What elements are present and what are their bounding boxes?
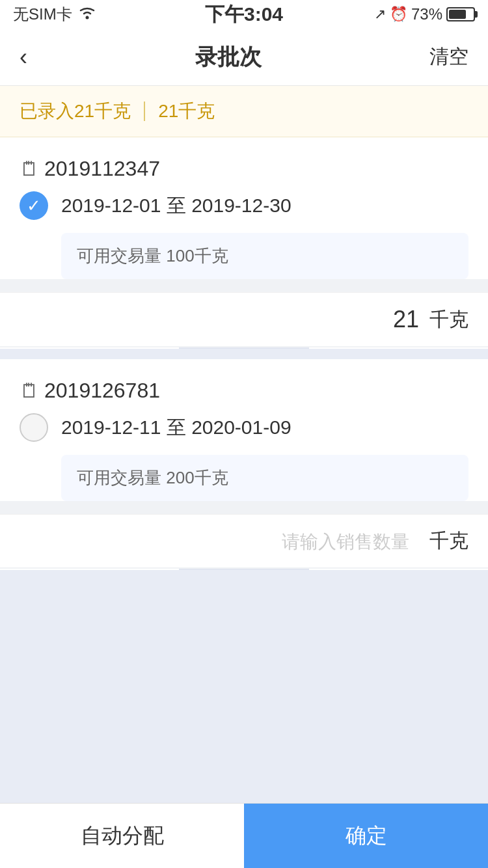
- batch-2-header: 🗒 2019126781: [20, 379, 468, 403]
- location-icon: ↗: [374, 6, 386, 23]
- batch-1-availability: 可用交易量 100千克: [61, 233, 468, 279]
- bottom-bar: 自动分配 确定: [0, 803, 488, 868]
- batch-1-unit: 千克: [429, 306, 468, 333]
- network-label: 无SIM卡: [13, 4, 72, 25]
- batch-1-quantity-row: 21 千克: [0, 292, 488, 346]
- wifi-icon: [77, 5, 97, 23]
- clear-button[interactable]: 清空: [429, 44, 468, 70]
- svg-point-0: [85, 16, 88, 20]
- empty-area: [0, 570, 488, 843]
- batch-item-2: 🗒 2019126781 2019-12-11 至 2020-01-09 可用交…: [0, 359, 488, 501]
- batch-2-input-row: 千克: [0, 514, 488, 567]
- recorded-amount: 已录入21千克: [20, 99, 131, 124]
- batch-2-row[interactable]: 2019-12-11 至 2020-01-09: [20, 413, 468, 442]
- checkmark-icon-1: ✓: [27, 196, 41, 216]
- battery-icon: [446, 7, 475, 21]
- status-right: ↗ ⏰ 73%: [374, 5, 475, 23]
- batch-1-header: 🗒 2019112347: [20, 157, 468, 181]
- batch-doc-icon-1: 🗒: [20, 158, 39, 180]
- batch-1-row[interactable]: ✓ 2019-12-01 至 2019-12-30: [20, 191, 468, 220]
- section-gap: [0, 349, 488, 359]
- status-bar: 无SIM卡 下午3:04 ↗ ⏰ 73%: [0, 0, 488, 29]
- batch-doc-icon-2: 🗒: [20, 380, 39, 402]
- status-left: 无SIM卡: [13, 4, 97, 25]
- batch-2-radio[interactable]: [20, 413, 48, 442]
- batch-1-date: 2019-12-01 至 2019-12-30: [61, 193, 291, 219]
- batch-1-quantity-value: 21: [393, 306, 419, 333]
- auto-distribute-button[interactable]: 自动分配: [0, 804, 244, 868]
- info-banner: 已录入21千克 21千克: [0, 86, 488, 137]
- batch-1-radio[interactable]: ✓: [20, 191, 48, 220]
- amount-value: 21千克: [158, 99, 215, 124]
- batch-2-unit: 千克: [429, 528, 468, 554]
- info-divider: [144, 102, 145, 121]
- battery-percent: 73%: [411, 5, 442, 23]
- batch-2-quantity-input[interactable]: [224, 530, 419, 552]
- status-time: 下午3:04: [205, 1, 283, 28]
- batch-2-number: 2019126781: [44, 379, 160, 403]
- nav-bar: ‹ 录批次 清空: [0, 29, 488, 86]
- back-button[interactable]: ‹: [20, 44, 27, 71]
- batch-2-date: 2019-12-11 至 2020-01-09: [61, 414, 291, 441]
- confirm-button[interactable]: 确定: [244, 804, 488, 868]
- alarm-icon: ⏰: [390, 6, 407, 23]
- batch-item-1: 🗒 2019112347 ✓ 2019-12-01 至 2019-12-30 可…: [0, 137, 488, 279]
- page-title: 录批次: [195, 42, 262, 72]
- batch-1-number: 2019112347: [44, 157, 160, 181]
- batch-2-availability: 可用交易量 200千克: [61, 455, 468, 501]
